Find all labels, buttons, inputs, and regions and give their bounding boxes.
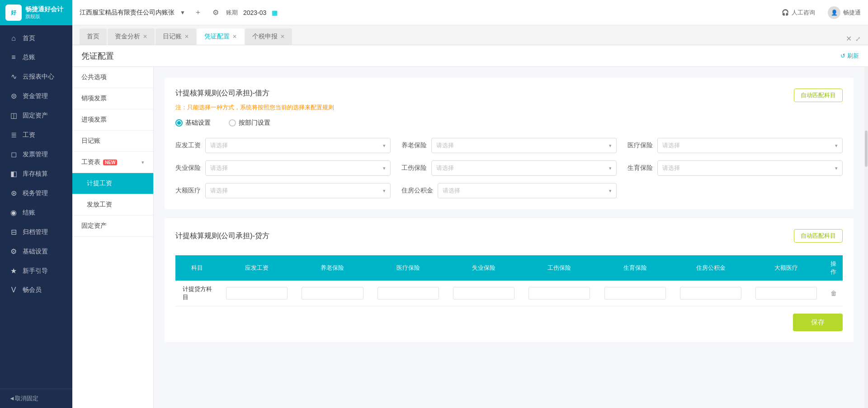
- tab-tax[interactable]: 个税申报 ✕: [245, 28, 292, 45]
- sidebar-item-tax[interactable]: ⊛ 税务管理: [0, 183, 72, 203]
- radio-basic[interactable]: 基础设置: [175, 119, 211, 127]
- chevron-zfgjj-icon: ▾: [609, 188, 612, 194]
- select-ylbx2-placeholder: 请选择: [662, 141, 680, 150]
- tab-tax-close[interactable]: ✕: [280, 34, 285, 39]
- calendar-icon[interactable]: ▦: [272, 9, 278, 16]
- avatar: 👤: [828, 6, 840, 19]
- tab-home[interactable]: 首页: [80, 28, 107, 45]
- tab-journal[interactable]: 日记账 ✕: [156, 28, 196, 45]
- sidebar-item-vip[interactable]: V 畅会员: [0, 281, 72, 300]
- label-gsbx: 工伤保险: [401, 164, 427, 172]
- sidebar-item-archive[interactable]: ⊟ 归档管理: [0, 222, 72, 242]
- radio-dept[interactable]: 按部门设置: [229, 119, 270, 127]
- user-label: 畅捷通: [843, 9, 861, 17]
- nav-item-public[interactable]: 公共选项: [72, 67, 153, 88]
- nav-group-salary-table[interactable]: 工资表 NEW ▾: [72, 152, 153, 173]
- expand-icon[interactable]: ⤢: [855, 35, 861, 42]
- service-button[interactable]: 🎧 人工咨询: [782, 9, 815, 17]
- row-label: 计提贷方科目: [175, 281, 219, 306]
- nav-item-sales[interactable]: 销项发票: [72, 88, 153, 109]
- sidebar-item-inventory[interactable]: ◧ 库存核算: [0, 164, 72, 183]
- select-dely[interactable]: 请选择 ▾: [205, 183, 391, 198]
- nav-item-journal[interactable]: 日记账: [72, 131, 153, 152]
- radio-dept-label: 按部门设置: [239, 119, 270, 127]
- sidebar-item-home[interactable]: ⌂ 首页: [0, 29, 72, 48]
- company-dropdown-icon[interactable]: ▼: [180, 9, 185, 16]
- headset-icon: 🎧: [782, 9, 789, 16]
- input-yfgz[interactable]: [226, 287, 288, 300]
- th-sybx: 失业保险: [446, 255, 521, 281]
- tab-capital-close[interactable]: ✕: [143, 34, 147, 39]
- sidebar-item-ledger[interactable]: ≡ 总账: [0, 48, 72, 67]
- logo-icon: 好: [5, 5, 22, 21]
- cell-gsbx[interactable]: [522, 281, 597, 306]
- input-sybx[interactable]: [453, 287, 514, 300]
- sidebar-item-settings[interactable]: ⚙ 基础设置: [0, 242, 72, 261]
- sidebar-item-invoice-label: 发票管理: [23, 150, 48, 159]
- nav-item-pay-salary[interactable]: 发放工资: [72, 194, 153, 216]
- settings-gear-icon[interactable]: ⚙: [211, 6, 221, 19]
- nav-item-calc-salary[interactable]: 计提工资: [72, 173, 153, 194]
- select-sybx-placeholder: 请选择: [210, 164, 228, 172]
- topbar: 江西服宝精品有限责任公司内账张 ▼ ＋ ⚙ 账期 2023-03 ▦ 🎧 人工咨…: [72, 0, 868, 25]
- input-ylbx2[interactable]: [377, 287, 439, 300]
- tab-journal-close[interactable]: ✕: [184, 34, 189, 39]
- tab-voucher[interactable]: 凭证配置 ✕: [197, 28, 244, 45]
- auto-match-debit-button[interactable]: 自动匹配科目: [794, 89, 843, 102]
- select-gsbx[interactable]: 请选择 ▾: [431, 160, 617, 176]
- th-action: 操作: [824, 255, 843, 281]
- select-ylbx[interactable]: 请选择 ▾: [431, 138, 617, 153]
- select-ylbx2[interactable]: 请选择 ▾: [657, 138, 843, 153]
- auto-match-credit-button[interactable]: 自动匹配科目: [794, 229, 843, 243]
- label-sybx: 失业保险: [175, 164, 201, 172]
- cell-action[interactable]: 🗑: [824, 281, 843, 306]
- select-zfgjj[interactable]: 请选择 ▾: [438, 183, 617, 198]
- select-gsbx-placeholder: 请选择: [436, 164, 454, 172]
- sidebar-item-checkout[interactable]: ◉ 结账: [0, 203, 72, 222]
- input-dely[interactable]: [755, 287, 817, 300]
- tab-capital[interactable]: 资金分析 ✕: [108, 28, 155, 45]
- input-gsbx[interactable]: [528, 287, 590, 300]
- chevron-ylbx2-icon: ▾: [835, 143, 838, 149]
- sidebar-item-assets[interactable]: ◫ 固定资产: [0, 106, 72, 125]
- tab-voucher-close[interactable]: ✕: [232, 34, 237, 39]
- nav-item-fixed-assets[interactable]: 固定资产: [72, 216, 153, 237]
- delete-row-icon[interactable]: 🗑: [830, 290, 837, 297]
- cell-sybx2[interactable]: [597, 281, 673, 306]
- cell-sybx[interactable]: [446, 281, 521, 306]
- cell-yfgz[interactable]: [219, 281, 295, 306]
- close-all-icon[interactable]: ✕: [846, 34, 852, 43]
- sidebar-item-capital[interactable]: ⊜ 资金管理: [0, 86, 72, 106]
- select-sybx[interactable]: 请选择 ▾: [205, 160, 391, 176]
- cell-ylbx2[interactable]: [370, 281, 446, 306]
- sidebar-item-invoice[interactable]: ◻ 发票管理: [0, 145, 72, 164]
- cell-dely[interactable]: [749, 281, 824, 306]
- invoice-icon: ◻: [9, 150, 18, 159]
- sidebar-item-salary[interactable]: ≣ 工资: [0, 125, 72, 145]
- sidebar-nav: ⌂ 首页 ≡ 总账 ∿ 云报表中心 ⊜ 资金管理 ◫ 固定资产 ≣ 工资 ◻ 发…: [0, 25, 72, 389]
- sidebar-item-reports[interactable]: ∿ 云报表中心: [0, 67, 72, 86]
- add-button[interactable]: ＋: [191, 6, 205, 19]
- table-row: 计提贷方科目 🗑: [175, 281, 843, 306]
- input-ylbx[interactable]: [302, 287, 363, 300]
- select-ylbx-placeholder: 请选择: [436, 141, 454, 150]
- unpin-button[interactable]: ◄取消固定: [0, 389, 72, 408]
- select-sybx2[interactable]: 请选择 ▾: [657, 160, 843, 176]
- cell-zfgjj[interactable]: [673, 281, 748, 306]
- field-sybx2: 生育保险 请选择 ▾: [627, 160, 843, 176]
- ledger-icon: ≡: [9, 53, 18, 61]
- page-header: 凭证配置 ↺ 刷新: [72, 45, 868, 67]
- scrollbar[interactable]: [864, 67, 868, 408]
- nav-item-purchase[interactable]: 进项发票: [72, 109, 153, 131]
- input-sybx2[interactable]: [604, 287, 666, 300]
- input-zfgjj[interactable]: [680, 287, 741, 300]
- vip-icon: V: [9, 286, 18, 294]
- sidebar-item-guide[interactable]: ★ 新手引导: [0, 261, 72, 281]
- sidebar-item-settings-label: 基础设置: [23, 248, 48, 256]
- save-button[interactable]: 保存: [793, 314, 843, 331]
- cell-ylbx[interactable]: [295, 281, 370, 306]
- scrollbar-thumb[interactable]: [865, 131, 868, 167]
- select-yfgz[interactable]: 请选择 ▾: [205, 138, 391, 153]
- refresh-button[interactable]: ↺ 刷新: [840, 52, 859, 60]
- checkout-icon: ◉: [9, 208, 18, 217]
